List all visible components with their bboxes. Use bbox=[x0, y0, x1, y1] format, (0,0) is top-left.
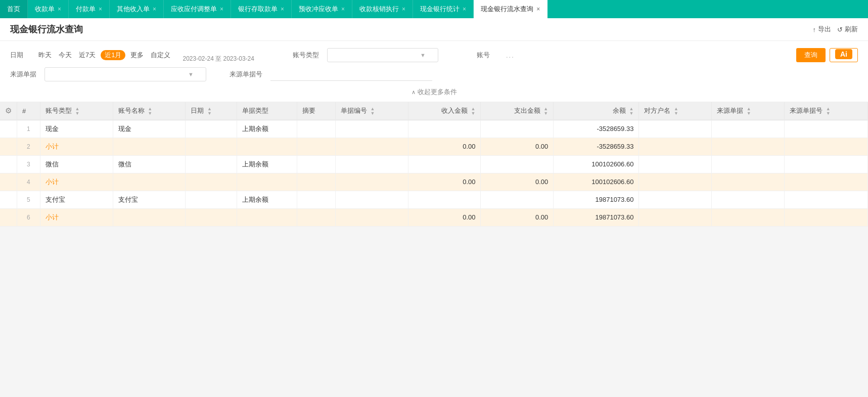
sort-icon: ▲▼ bbox=[471, 107, 476, 116]
date-btn-more[interactable]: 更多 bbox=[128, 50, 146, 60]
table-cell: 0.00 bbox=[481, 138, 554, 155]
close-icon[interactable]: × bbox=[153, 6, 156, 13]
table-cell: 19871073.60 bbox=[554, 208, 639, 226]
table-cell: 0.00 bbox=[481, 173, 554, 191]
table-cell bbox=[0, 155, 17, 173]
table-cell bbox=[0, 208, 17, 226]
table-cell: 小计 bbox=[40, 138, 113, 155]
source-doc-no-input[interactable] bbox=[270, 68, 432, 81]
sort-icon: ▲▼ bbox=[148, 107, 152, 116]
th-doc-type: 单据类型 bbox=[237, 102, 297, 120]
close-icon[interactable]: × bbox=[99, 6, 102, 13]
filter-area: 日期 昨天 今天 近7天 近1月 更多 自定义 2023-02-24 至 202… bbox=[0, 41, 868, 102]
nav-item-9-active[interactable]: 现金银行流水查询 × bbox=[474, 0, 547, 18]
filter-row-1: 日期 昨天 今天 近7天 近1月 更多 自定义 2023-02-24 至 202… bbox=[10, 47, 858, 63]
table-cell bbox=[639, 191, 712, 208]
close-icon[interactable]: × bbox=[463, 6, 466, 13]
table-cell bbox=[785, 208, 868, 226]
table-cell bbox=[297, 155, 335, 173]
date-btn-custom[interactable]: 自定义 bbox=[149, 50, 172, 60]
close-icon[interactable]: × bbox=[220, 6, 223, 13]
table-cell: 19871073.60 bbox=[554, 191, 639, 208]
th-balance[interactable]: 余额 ▲▼ bbox=[554, 102, 639, 120]
nav-item-7[interactable]: 收款核销执行 × bbox=[352, 0, 413, 18]
table-cell bbox=[712, 173, 785, 191]
data-table-container: ⚙ # 账号类型 ▲▼ 账号名称 ▲▼ 日期 ▲▼ 单据类型 bbox=[0, 102, 868, 227]
date-btn-1month[interactable]: 近1月 bbox=[101, 50, 125, 60]
date-btn-yesterday[interactable]: 昨天 bbox=[36, 50, 54, 60]
date-btn-today[interactable]: 今天 bbox=[57, 50, 74, 60]
header-actions: ↑ 导出 ↺ 刷新 bbox=[813, 25, 858, 34]
nav-home[interactable]: 首页 bbox=[0, 0, 28, 18]
table-cell bbox=[186, 173, 237, 191]
nav-item-8[interactable]: 现金银行统计 × bbox=[413, 0, 474, 18]
page-header: 现金银行流水查询 ↑ 导出 ↺ 刷新 bbox=[0, 18, 868, 41]
close-icon[interactable]: × bbox=[402, 6, 405, 13]
table-cell bbox=[335, 208, 408, 226]
collapse-button[interactable]: ∧ 收起更多条件 bbox=[10, 85, 858, 97]
chevron-up-icon: ∧ bbox=[412, 89, 416, 96]
refresh-button[interactable]: ↺ 刷新 bbox=[837, 25, 858, 34]
column-settings-icon[interactable]: ⚙ bbox=[5, 106, 12, 115]
table-cell bbox=[186, 155, 237, 173]
export-button[interactable]: ↑ 导出 bbox=[813, 25, 832, 34]
sort-icon: ▲▼ bbox=[75, 107, 79, 116]
table-cell: 微信 bbox=[40, 155, 113, 173]
close-icon[interactable]: × bbox=[536, 6, 540, 13]
table-cell bbox=[237, 208, 297, 226]
table-cell bbox=[712, 120, 785, 138]
table-cell bbox=[186, 138, 237, 155]
close-icon[interactable]: × bbox=[58, 6, 61, 13]
table-cell bbox=[408, 191, 481, 208]
nav-item-2[interactable]: 付款单 × bbox=[69, 0, 110, 18]
th-account-name[interactable]: 账号名称 ▲▼ bbox=[113, 102, 186, 120]
table-cell: 1 bbox=[17, 120, 40, 138]
data-table: ⚙ # 账号类型 ▲▼ 账号名称 ▲▼ 日期 ▲▼ 单据类型 bbox=[0, 102, 868, 227]
account-label: 账号 bbox=[477, 51, 495, 60]
table-cell bbox=[639, 155, 712, 173]
th-date[interactable]: 日期 ▲▼ bbox=[186, 102, 237, 120]
table-cell: 支付宝 bbox=[40, 191, 113, 208]
close-icon[interactable]: × bbox=[341, 6, 345, 13]
table-cell bbox=[481, 155, 554, 173]
th-doc-no[interactable]: 单据编号 ▲▼ bbox=[335, 102, 408, 120]
nav-item-5[interactable]: 银行存取款单 × bbox=[231, 0, 292, 18]
nav-item-1[interactable]: 收款单 × bbox=[28, 0, 69, 18]
table-cell bbox=[408, 120, 481, 138]
export-icon: ↑ bbox=[813, 26, 816, 33]
th-account-type[interactable]: 账号类型 ▲▼ bbox=[40, 102, 113, 120]
table-cell: -3528659.33 bbox=[554, 138, 639, 155]
table-cell: 小计 bbox=[40, 173, 113, 191]
nav-item-6[interactable]: 预收冲应收单 × bbox=[292, 0, 352, 18]
table-cell: 0.00 bbox=[408, 138, 481, 155]
nav-item-3[interactable]: 其他收入单 × bbox=[110, 0, 164, 18]
ai-badge[interactable]: Ai bbox=[835, 49, 852, 59]
th-counterpart[interactable]: 对方户名 ▲▼ bbox=[639, 102, 712, 120]
query-button[interactable]: 查询 bbox=[796, 48, 826, 62]
th-income[interactable]: 收入金额 ▲▼ bbox=[408, 102, 481, 120]
table-cell bbox=[335, 155, 408, 173]
table-cell bbox=[297, 191, 335, 208]
account-type-select[interactable]: ▼ bbox=[327, 48, 438, 62]
nav-item-4[interactable]: 应收应付调整单 × bbox=[164, 0, 231, 18]
table-cell: 2 bbox=[17, 138, 40, 155]
table-cell bbox=[785, 173, 868, 191]
account-type-label: 账号类型 bbox=[293, 51, 319, 60]
account-dots[interactable]: ... bbox=[503, 52, 518, 59]
th-expense[interactable]: 支出金额 ▲▼ bbox=[481, 102, 554, 120]
table-cell: -3528659.33 bbox=[554, 120, 639, 138]
source-doc-select[interactable]: ▼ bbox=[44, 67, 206, 81]
date-btn-7days[interactable]: 近7天 bbox=[77, 50, 98, 60]
th-source-doc[interactable]: 来源单据 ▲▼ bbox=[712, 102, 785, 120]
dropdown-icon-2: ▼ bbox=[188, 71, 194, 77]
th-source-doc-no[interactable]: 来源单据号 ▲▼ bbox=[785, 102, 868, 120]
sort-icon: ▲▼ bbox=[371, 107, 375, 116]
th-settings[interactable]: ⚙ bbox=[0, 102, 17, 120]
table-body: 1现金现金上期余额-3528659.332小计0.000.00-3528659.… bbox=[0, 120, 868, 226]
close-icon[interactable]: × bbox=[281, 6, 284, 13]
table-cell: 上期余额 bbox=[237, 155, 297, 173]
table-cell: 上期余额 bbox=[237, 120, 297, 138]
table-cell bbox=[186, 208, 237, 226]
table-cell bbox=[335, 138, 408, 155]
table-row: 5支付宝支付宝上期余额19871073.60 bbox=[0, 191, 868, 208]
